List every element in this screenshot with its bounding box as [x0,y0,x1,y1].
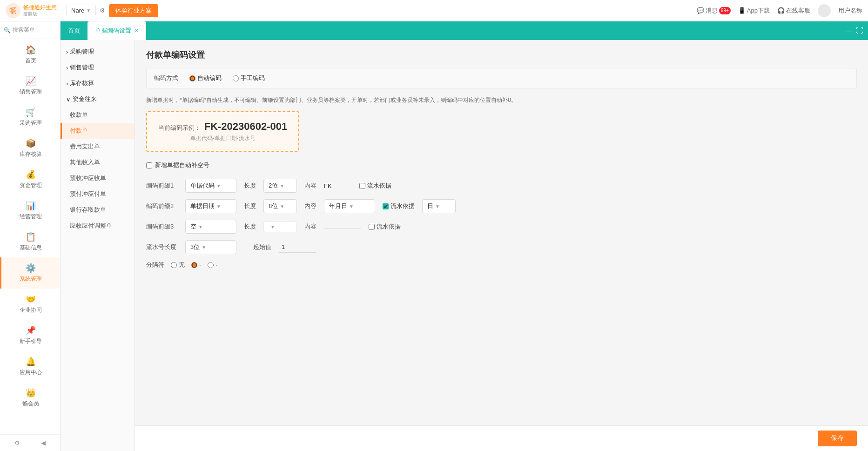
separator-dash-label[interactable]: · [208,262,217,269]
sidebar-item-basic[interactable]: 📋 基础信息 [0,226,60,257]
basic-icon: 📋 [26,232,36,242]
topbar: 畅 畅捷通好生意 搭脑版 Nare ▼ ⚙ 体验行业方案 💬 消息 99+ 📱 … [0,0,868,21]
prefix1-length-chevron-icon: ▼ [280,183,284,188]
online-service-btn[interactable]: 🎧 在线客服 [777,7,810,15]
logo-area: 畅 畅捷通好生意 搭脑版 [6,3,66,18]
code-preview-box: 当前编码示例： FK-20230602-001 单据代码-单据日期-流水号 [146,111,299,152]
form-area: 付款单编码设置 编码方式 自动编码 手工编码 [135,40,868,425]
manual-code-radio[interactable] [233,75,239,81]
sidebar-item-operations[interactable]: 📊 经营管理 [0,195,60,226]
separator-dot-radio[interactable] [191,262,197,268]
bottom-collapse-btn[interactable]: ◀ [41,439,46,446]
code-preview-label-row: 当前编码示例： FK-20230602-001 [158,121,287,133]
sidebar-item-sales[interactable]: 📈 销售管理 [0,70,60,101]
enterprise-icon: 🤝 [26,294,36,304]
sales-icon: 📈 [26,76,36,86]
sub-menu-item-bank[interactable]: 银行存取款单 [61,202,135,218]
guide-icon: 📌 [26,325,36,336]
sidebar-item-purchase[interactable]: 🛒 采购管理 [0,101,60,133]
sidebar-item-vip[interactable]: 👑 畅会员 [0,382,60,413]
prefix3-waterfall-checkbox[interactable] [369,224,375,230]
prefix2-waterfall-checkbox[interactable] [383,203,389,209]
separator-none-label[interactable]: 无 [171,261,185,269]
save-button[interactable]: 保存 [818,431,857,446]
prefix3-chevron-icon: ▼ [198,224,203,229]
bottom-bar: 保存 [135,425,868,451]
sub-menu-sales: › 销售管理 [61,60,135,75]
sidebar-item-appstore[interactable]: 🔔 应用中心 [0,351,60,382]
sidebar-item-label: 库存核算 [20,150,42,158]
start-value-input[interactable] [279,242,316,253]
auto-code-radio-label[interactable]: 自动编码 [189,74,222,82]
sub-layout: › 采购管理 › 销售管理 › 库存核算 [61,40,868,451]
chevron-right-icon: › [66,48,68,55]
app-download-btn[interactable]: 📱 App下载 [738,7,770,15]
sub-menu-item-receipt[interactable]: 收款单 [61,107,135,123]
sidebar-item-guide[interactable]: 📌 新手引导 [0,320,60,351]
sidebar-item-label: 应用中心 [20,369,42,377]
tab-home[interactable]: 首页 [61,21,87,40]
sidebar-item-home[interactable]: 🏠 首页 [0,39,60,70]
sidebar-item-inventory[interactable]: 📦 库存核算 [0,133,60,164]
home-icon: 🏠 [26,45,36,55]
auto-fill-checkbox[interactable] [146,162,152,168]
prefix2-content-select[interactable]: 年月日 ▼ [324,199,375,213]
serial-length-select[interactable]: 3位 ▼ [185,240,236,254]
industry-btn[interactable]: 体验行业方案 [109,4,158,17]
sidebar-item-finance[interactable]: 💰 资金管理 [0,164,60,195]
main-content: 首页 单据编码设置 ✕ — ⛶ › 采购管理 [61,21,868,451]
bottom-settings-btn[interactable]: ⚙ [14,439,20,446]
sidebar-item-label: 经营管理 [20,213,42,221]
manual-code-radio-label[interactable]: 手工编码 [233,74,265,82]
prefix2-select[interactable]: 单据日期 ▼ [185,199,236,213]
page-title: 付款单编码设置 [146,49,857,61]
sub-menu-item-expense[interactable]: 费用支出单 [61,139,135,155]
separator-dash-radio[interactable] [208,262,214,268]
sub-menu-item-ar-ap[interactable]: 应收应付调整单 [61,218,135,234]
sub-sidebar: › 采购管理 › 销售管理 › 库存核算 [61,40,135,451]
user-avatar[interactable] [818,4,831,17]
sub-menu-item-payment[interactable]: 付款单 [61,123,135,139]
tabbar-maximize-icon[interactable]: ⛶ [856,27,863,35]
appstore-icon: 🔔 [26,357,36,367]
sub-menu-purchase-header[interactable]: › 采购管理 [61,44,135,60]
separator-dot-label[interactable]: · [191,262,201,269]
sub-menu-inventory-header[interactable]: › 库存核算 [61,75,135,91]
company-selector[interactable]: Nare ▼ [66,5,96,16]
sidebar-search[interactable]: 🔍 搜索菜单 [0,21,60,39]
prefix3-select[interactable]: 空 ▼ [185,220,236,234]
prefix1-chevron-icon: ▼ [216,183,221,188]
prefix2-waterfall-select[interactable]: 日 ▼ [422,199,456,213]
prefix2-length-select[interactable]: 8位 ▼ [263,199,297,213]
sub-menu-item-other-income[interactable]: 其他收入单 [61,155,135,170]
separator-label: 分隔符 [146,261,164,269]
vip-icon: 👑 [26,388,36,398]
sidebar-bottom: ⚙ ◀ [0,434,60,451]
topbar-right: 💬 消息 99+ 📱 App下载 🎧 在线客服 用户名称 [697,4,862,17]
prefix1-waterfall-checkbox[interactable] [359,183,365,189]
prefix3-length-select[interactable]: ▼ [263,222,297,232]
tabbar-minimize-icon[interactable]: — [845,27,852,35]
prefix3-length-label: 长度 [244,222,256,231]
auto-code-radio[interactable] [189,75,195,81]
settings-icon-btn[interactable]: ⚙ [100,7,105,14]
separator-radio-group: 无 · · [171,261,217,269]
svg-text:畅: 畅 [9,7,17,14]
prefix1-label: 编码前缀1 [146,182,178,190]
sub-menu-capital-header[interactable]: ∨ 资金往来 [61,91,135,107]
sidebar-item-system[interactable]: ⚙️ 系统管理 [0,257,60,289]
prefix2-waterfall-label[interactable]: 流水依据 [383,202,415,210]
sub-menu-item-pre-payable[interactable]: 预付冲应付单 [61,186,135,202]
sidebar-item-enterprise[interactable]: 🤝 企业协同 [0,289,60,320]
sub-menu-sales-header[interactable]: › 销售管理 [61,60,135,75]
coding-method-label: 编码方式 [154,74,178,82]
prefix3-waterfall-label[interactable]: 流水依据 [369,222,401,231]
tab-close-icon[interactable]: ✕ [134,27,139,34]
prefix1-length-select[interactable]: 2位 ▼ [263,179,297,193]
tab-code-setting[interactable]: 单据编码设置 ✕ [87,21,146,40]
message-btn[interactable]: 💬 消息 99+ [697,7,731,15]
separator-none-radio[interactable] [171,262,177,268]
prefix1-select[interactable]: 单据代码 ▼ [185,179,236,193]
sub-menu-item-pre-receivable[interactable]: 预收冲应收单 [61,170,135,186]
prefix1-waterfall-label[interactable]: 流水依据 [359,182,391,190]
